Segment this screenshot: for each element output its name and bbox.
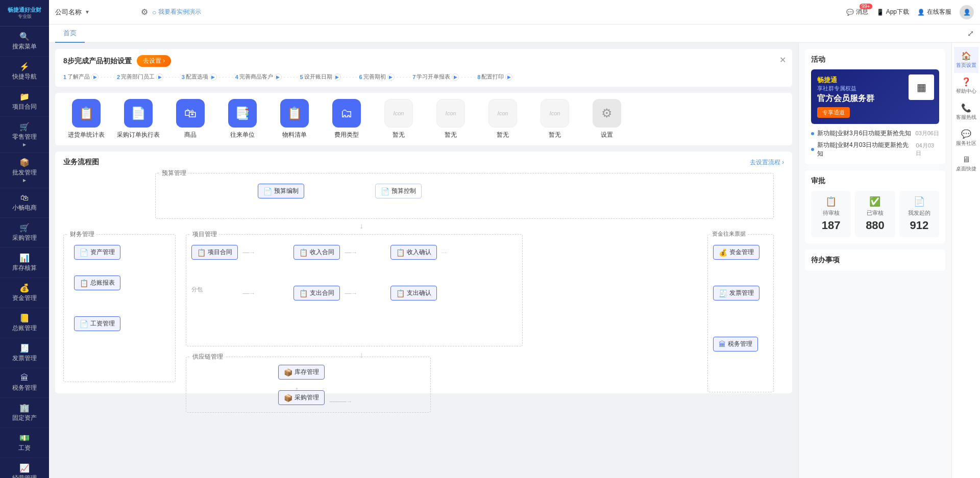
far-right-icon-1: ❓: [961, 77, 971, 87]
sidebar-item-6[interactable]: 🛒 采购管理: [0, 218, 49, 248]
step-line-5: - - - - -: [397, 74, 411, 80]
budget-control-node[interactable]: 📄 预算控制: [375, 184, 422, 198]
sidebar-item-4[interactable]: 📦 批发管理 ▶: [0, 153, 49, 188]
sidebar-item-5[interactable]: 🛍 小畅电商: [0, 188, 49, 218]
online-service-btn[interactable]: 👤 在线客服: [917, 8, 951, 16]
far-right-item-0[interactable]: 🏠 首页设置: [954, 47, 978, 73]
income-confirm-icon: 📋: [396, 248, 405, 257]
quick-icon-9[interactable]: Icon 暂无: [532, 99, 578, 139]
invoice-label: 发票管理: [729, 289, 754, 297]
sidebar-item-14[interactable]: 📈 经营管理: [0, 458, 49, 478]
approval-card-0[interactable]: 📋 待审核 187: [811, 191, 851, 237]
quick-icon-0[interactable]: 📋 进货单统计表: [63, 99, 109, 139]
sidebar-item-11[interactable]: 🏛 税务管理: [0, 368, 49, 398]
far-right-label-1: 帮助中心: [956, 88, 976, 95]
quick-icon-1[interactable]: 📄 采购订单执行表: [115, 99, 161, 139]
sidebar-item-1[interactable]: ⚡ 快捷导航: [0, 57, 49, 87]
quick-icon-6[interactable]: Icon 暂无: [376, 99, 422, 139]
tax-node[interactable]: 🏛 税务管理: [713, 337, 758, 351]
sidebar-item-0[interactable]: 🔍 搜索菜单: [0, 27, 49, 57]
sidebar-arrow-3: ▶: [23, 142, 26, 147]
quick-icon-4[interactable]: 📋 物料清单: [272, 99, 317, 139]
quick-icon-box-6: Icon: [384, 99, 413, 128]
project-group-label: 项目管理: [190, 230, 219, 239]
user-avatar[interactable]: 👤: [960, 5, 974, 19]
sidebar-item-3[interactable]: 🛒 零售管理 ▶: [0, 117, 49, 153]
arrow-income-more: ···: [442, 249, 447, 256]
flow-settings-link[interactable]: 去设置流程 ›: [750, 158, 784, 167]
approval-card-2[interactable]: 📄 我发起的 912: [899, 191, 939, 237]
project-contract-node[interactable]: 📋 项目合同: [191, 245, 238, 260]
expense-confirm-node[interactable]: 📋 支出确认: [390, 286, 437, 300]
sidebar-item-7[interactable]: 📊 库存核算: [0, 248, 49, 278]
content-main: ✕ 8步完成产品初始设置 去设置 › 1了解产品▶- - - - -2完善部门员…: [49, 43, 798, 478]
invoice-node[interactable]: 🧾 发票管理: [713, 286, 760, 300]
expense-contract-node[interactable]: 📋 支出合同: [293, 286, 340, 300]
activity-item-0[interactable]: 新功能|业财3月6日功能更新抢先知 03月06日: [811, 129, 939, 138]
go-settings-btn[interactable]: 去设置 ›: [137, 55, 171, 67]
ledger-label: 总账报表: [90, 279, 115, 287]
tab-expand-icon[interactable]: ⤢: [967, 29, 974, 38]
far-right-item-4[interactable]: 🖥 桌面快捷: [954, 151, 978, 177]
quick-icon-5[interactable]: 🗂 费用类型: [324, 99, 370, 139]
expense-contract-label: 支出合同: [310, 289, 334, 297]
far-right-item-2[interactable]: 📞 客服热线: [954, 99, 978, 125]
salary-node[interactable]: 📄 工资管理: [74, 316, 120, 331]
capital-mgmt-node[interactable]: 💰 资金管理: [713, 245, 760, 260]
demo-link[interactable]: 我要看实例演示: [152, 8, 201, 16]
quick-icon-8[interactable]: Icon 暂无: [480, 99, 526, 139]
setup-step-4: 5设开账日期▶: [300, 73, 341, 81]
ledger-node[interactable]: 📋 总账报表: [74, 275, 120, 290]
setup-close-btn[interactable]: ✕: [779, 55, 786, 65]
purchase-node[interactable]: 📦 采购管理: [278, 390, 325, 405]
quick-icon-label-1: 采购订单执行表: [117, 131, 160, 139]
sidebar-label-12: 固定资产: [12, 414, 37, 422]
ledger-icon: 📋: [80, 279, 88, 287]
salary-icon: 📄: [80, 320, 88, 328]
budget-make-node[interactable]: 📄 预算编制: [258, 184, 304, 198]
approval-card-1[interactable]: ✅ 已审核 880: [855, 191, 895, 237]
tab-home[interactable]: 首页: [55, 24, 85, 43]
project-contract-icon: 📋: [197, 248, 206, 257]
settings-icon[interactable]: ⚙: [141, 7, 148, 17]
asset-mgmt-node[interactable]: 📄 资产管理: [74, 245, 120, 260]
company-selector[interactable]: 公司名称 ▼: [55, 8, 137, 17]
sidebar-item-8[interactable]: 💰 资金管理: [0, 278, 49, 308]
income-confirm-node[interactable]: 📋 收入确认: [390, 245, 437, 260]
quick-icon-2[interactable]: 🛍 商品: [167, 99, 213, 139]
income-contract-node[interactable]: 📋 收入合同: [293, 245, 340, 260]
quick-icon-label-8: 暂无: [497, 131, 509, 139]
sidebar-item-9[interactable]: 📒 总账管理: [0, 308, 49, 338]
income-contract-label: 收入合同: [310, 248, 334, 257]
far-right-item-3[interactable]: 💬 服务社区: [954, 125, 978, 151]
sidebar-item-2[interactable]: 📁 项目合同: [0, 87, 49, 117]
quick-icon-3[interactable]: 📑 往来单位: [219, 99, 265, 139]
right-sidebar: 活动 畅捷通 享社群专属权益 官方会员服务群 专享通道 ▦ 新功能|业财3月6日…: [798, 43, 951, 478]
far-right-label-0: 首页设置: [956, 62, 976, 69]
sidebar-item-13[interactable]: 💵 工资: [0, 428, 49, 458]
sidebar-arrow-4: ▶: [23, 178, 26, 183]
quick-icon-label-3: 往来单位: [230, 131, 255, 139]
app-version: 专业版: [4, 13, 45, 20]
capital-group-label: 资金往来票据: [710, 230, 748, 238]
todo-section: 待办事项: [805, 249, 945, 271]
sidebar-item-10[interactable]: 🧾 发票管理: [0, 338, 49, 368]
app-download-btn[interactable]: 📱 App下载: [876, 8, 909, 16]
approval-section: 审批 📋 待审核 187✅ 已审核 880📄 我发起的 912: [805, 170, 945, 243]
sidebar-icon-6: 🛒: [19, 223, 30, 233]
quick-icon-label-4: 物料清单: [282, 131, 307, 139]
setup-step-2: 3配置选项▶: [182, 73, 217, 81]
far-right-item-1[interactable]: ❓ 帮助中心: [954, 73, 978, 99]
quick-icon-10[interactable]: ⚙ 设置: [584, 99, 630, 139]
setup-title: 8步完成产品初始设置: [63, 57, 132, 66]
sidebar-label-13: 工资: [18, 444, 31, 452]
inventory-node[interactable]: 📦 库存管理: [278, 365, 325, 380]
sidebar-label-10: 发票管理: [12, 354, 37, 363]
invoice-icon: 🧾: [719, 289, 727, 297]
banner-btn[interactable]: 专享通道: [817, 107, 850, 118]
quick-icon-7[interactable]: Icon 暂无: [428, 99, 474, 139]
message-btn[interactable]: 💬 消息 99+: [846, 8, 868, 16]
activity-section: 活动 畅捷通 享社群专属权益 官方会员服务群 专享通道 ▦ 新功能|业财3月6日…: [805, 49, 945, 164]
activity-item-1[interactable]: 新功能|业财4月03日功能更新抢先知 04月03日: [811, 141, 939, 158]
sidebar-item-12[interactable]: 🏢 固定资产: [0, 398, 49, 428]
